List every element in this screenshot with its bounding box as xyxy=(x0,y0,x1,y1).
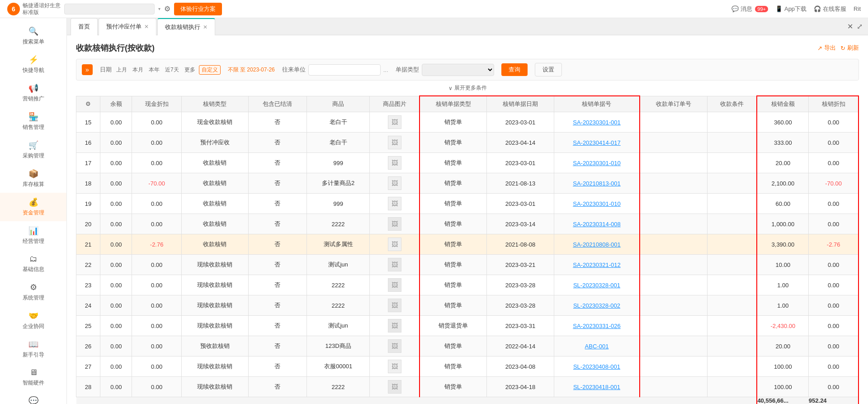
table-cell-2: -2.76 xyxy=(132,234,181,255)
table-cell-6: 🖼 xyxy=(370,255,420,275)
sidebar-item-新手引导[interactable]: 📖新手引导 xyxy=(0,335,66,363)
doc-no-link[interactable]: SL-20230328-001 xyxy=(573,282,620,289)
export-btn[interactable]: ↗ 导出 xyxy=(817,44,836,52)
footer-cell-0 xyxy=(76,397,100,404)
sidebar-item-快捷导航[interactable]: ⚡快捷导航 xyxy=(0,50,66,79)
online-service-btn[interactable]: 🎧 在线客服 xyxy=(814,5,846,13)
table-cell-8: 2022-04-14 xyxy=(487,336,554,356)
table-cell-12: 1,000.00 xyxy=(757,214,808,234)
table-cell-12: 60.00 xyxy=(757,194,808,214)
tab-label: 预付冲应付单 xyxy=(106,23,142,31)
sidebar-item-基础信息[interactable]: 🗂基础信息 xyxy=(0,250,66,278)
doc-no-link[interactable]: SA-20230301-001 xyxy=(573,119,621,126)
doc-no-link[interactable]: SA-20230414-017 xyxy=(573,139,621,146)
messages-btn[interactable]: 💬 消息 99+ xyxy=(731,5,768,13)
sidebar-icon: ⚡ xyxy=(28,55,38,65)
table-cell-8: 2021-08-13 xyxy=(487,173,554,194)
table-cell-4: 否 xyxy=(249,153,307,173)
sidebar-item-资金管理[interactable]: 💰资金管理 xyxy=(0,193,66,221)
product-image: 🖼 xyxy=(388,258,401,271)
user-name: Rit xyxy=(854,5,861,12)
date-this-year[interactable]: 本年 xyxy=(147,65,161,75)
query-btn[interactable]: 查询 xyxy=(501,63,528,76)
refresh-btn[interactable]: ↻ 刷新 xyxy=(840,44,859,52)
sidebar: 🔍搜索菜单⚡快捷导航📢营销推广🏪销售管理🛒采购管理📦库存核算💰资金管理📊经营管理… xyxy=(0,18,67,404)
tab-收款核销执行[interactable]: 收款核销执行✕ xyxy=(157,18,215,35)
table-cell-8: 2023-03-28 xyxy=(487,275,554,295)
sidebar-item-经营管理[interactable]: 📊经营管理 xyxy=(0,221,66,250)
doc-no-link[interactable]: SA-20210813-001 xyxy=(573,180,621,187)
table-cell-10 xyxy=(640,133,707,153)
table-cell-3: 预收款核销 xyxy=(181,336,248,356)
tab-close-icon[interactable]: ✕ xyxy=(144,24,149,30)
close-tab-btn[interactable]: ✕ xyxy=(847,22,853,31)
product-image: 🖼 xyxy=(388,319,401,333)
sidebar-item-智能硬件[interactable]: 🖥智能硬件 xyxy=(0,363,66,391)
table-cell-5: 999 xyxy=(307,153,370,173)
tab-预付冲应付单[interactable]: 预付冲应付单✕ xyxy=(99,18,156,35)
expand-tab-btn[interactable]: ⤢ xyxy=(857,22,863,31)
doc-no-link[interactable]: SA-20230314-008 xyxy=(573,221,621,228)
date-last-month[interactable]: 上月 xyxy=(114,65,129,75)
user-profile[interactable]: Rit xyxy=(854,5,861,12)
app-download-btn[interactable]: 📱 App下载 xyxy=(775,5,807,13)
app-icon: 📱 xyxy=(775,5,783,12)
table-cell-1: 0.00 xyxy=(100,194,132,214)
sidebar-item-营销推广[interactable]: 📢营销推广 xyxy=(0,79,66,107)
col-header-11: 收款条件 xyxy=(707,96,757,112)
footer-cell-12: 40,556,66... xyxy=(757,397,808,404)
doc-no-link[interactable]: SA-20230331-026 xyxy=(573,323,621,329)
table-cell-12: 2,100.00 xyxy=(757,173,808,194)
sidebar-item-搜索菜单[interactable]: 🔍搜索菜单 xyxy=(0,22,66,50)
table-cell-0: 17 xyxy=(76,153,100,173)
partner-filter: 往来单位 ... xyxy=(282,64,388,76)
table-cell-7: 销货单 xyxy=(420,133,487,153)
sidebar-label: 营销推广 xyxy=(23,95,44,103)
tab-首页[interactable]: 首页 xyxy=(71,18,98,35)
table-cell-12: 20.00 xyxy=(757,336,808,356)
doc-no-link[interactable]: SA-20230301-010 xyxy=(573,160,621,166)
tab-bar-actions: ✕ ⤢ xyxy=(847,22,868,31)
table-cell-3: 现续收款核销 xyxy=(181,255,248,275)
table-cell-9: SA-20230301-010 xyxy=(554,153,640,173)
date-7days[interactable]: 近7天 xyxy=(163,65,181,75)
tab-close-icon[interactable]: ✕ xyxy=(203,24,208,30)
sidebar-item-采购管理[interactable]: 🛒采购管理 xyxy=(0,136,66,164)
sidebar-item-库存核算[interactable]: 📦库存核算 xyxy=(0,164,66,193)
doc-no-link[interactable]: ABC-001 xyxy=(585,343,609,350)
sidebar-item-销售管理[interactable]: 🏪销售管理 xyxy=(0,107,66,136)
doc-no-link[interactable]: SL-20230328-002 xyxy=(573,302,620,309)
table-row: 190.000.00收款核销否999🖼销货单2023-03-01SA-20230… xyxy=(76,194,859,214)
footer-cell-9 xyxy=(554,397,640,404)
search-input[interactable] xyxy=(64,4,155,14)
search-dropdown-icon[interactable]: ▾ xyxy=(158,6,160,11)
table-cell-12: 1.00 xyxy=(757,295,808,316)
table-cell-1: 0.00 xyxy=(100,377,132,397)
sidebar-item-企业协同[interactable]: 🤝企业协同 xyxy=(0,306,66,335)
date-more[interactable]: 更多 xyxy=(183,65,197,75)
industry-btn[interactable]: 体验行业方案 xyxy=(174,3,222,15)
sidebar-item-企业微信[interactable]: 💬企业微信 xyxy=(0,391,66,404)
filter-expand-icon[interactable]: » xyxy=(82,64,93,75)
table-cell-1: 0.00 xyxy=(100,112,132,133)
table-cell-8: 2023-03-31 xyxy=(487,316,554,336)
partner-dots[interactable]: ... xyxy=(383,67,388,73)
doc-no-link[interactable]: SL-20230418-001 xyxy=(573,384,620,390)
table-cell-4: 否 xyxy=(249,377,307,397)
doc-no-link[interactable]: SA-20230321-012 xyxy=(573,261,621,268)
date-custom[interactable]: 自定义 xyxy=(199,65,221,75)
settings-icon[interactable]: ⚙ xyxy=(164,5,170,13)
doc-no-link[interactable]: SL-20230408-001 xyxy=(573,363,620,370)
product-image: 🖼 xyxy=(388,156,401,170)
expand-more-btn[interactable]: ∨ 展开更多条件 xyxy=(76,84,859,92)
doc-no-link[interactable]: SA-20230301-010 xyxy=(573,200,621,207)
settings-btn[interactable]: 设置 xyxy=(535,63,562,76)
sidebar-icon: 🖥 xyxy=(29,368,38,377)
voucher-type-select[interactable] xyxy=(422,64,494,76)
table-cell-10 xyxy=(640,255,707,275)
sidebar-item-系统管理[interactable]: ⚙系统管理 xyxy=(0,278,66,306)
date-this-month[interactable]: 本月 xyxy=(131,65,145,75)
doc-no-link[interactable]: SA-20210808-001 xyxy=(573,241,621,248)
table-row: 150.000.00现金收款核销否老白干🖼销货单2023-03-01SA-202… xyxy=(76,112,859,133)
partner-input[interactable] xyxy=(308,64,381,76)
